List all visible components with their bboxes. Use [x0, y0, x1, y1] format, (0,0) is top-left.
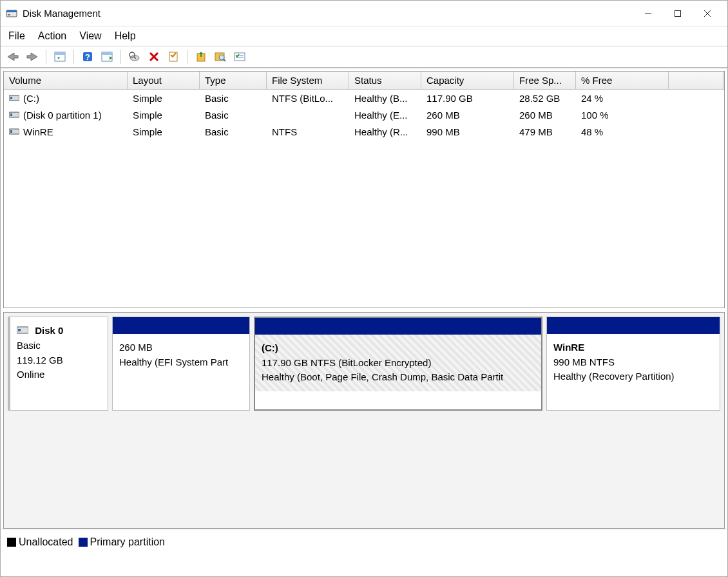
legend: Unallocated Primary partition — [1, 529, 727, 554]
partition-status: Healthy (EFI System Part — [119, 355, 243, 370]
volume-name: (C:) — [23, 93, 39, 104]
menu-file[interactable]: File — [8, 30, 25, 42]
disk-capacity: 119.12 GB — [17, 353, 101, 368]
find-icon[interactable] — [213, 50, 227, 64]
partition-size: 117.90 GB NTFS (BitLocker Encrypted) — [262, 356, 535, 371]
volume-free: 28.52 GB — [514, 92, 576, 105]
svg-marker-7 — [8, 53, 18, 61]
svg-rect-34 — [10, 113, 12, 116]
toolbar-separator — [73, 50, 74, 64]
partition-stripe — [547, 317, 720, 334]
partition-title: WinRE — [553, 340, 713, 355]
app-icon — [6, 8, 17, 19]
volume-layout: Simple — [128, 108, 200, 122]
svg-rect-36 — [10, 130, 12, 133]
col-status[interactable]: Status — [349, 72, 421, 89]
volume-status: Healthy (R... — [349, 125, 421, 139]
partition-c[interactable]: (C:) 117.90 GB NTFS (BitLocker Encrypted… — [254, 317, 542, 411]
disk-type: Basic — [17, 338, 101, 353]
titlebar: Disk Management — [1, 1, 727, 26]
volume-fs: NTFS (BitLo... — [267, 92, 349, 105]
drive-icon — [9, 111, 19, 119]
svg-rect-10 — [55, 52, 65, 55]
menubar: File Action View Help — [1, 26, 727, 46]
toolbar: ? — [1, 46, 727, 68]
svg-text:?: ? — [85, 52, 90, 62]
volume-list-body: (C:) Simple Basic NTFS (BitLo... Healthy… — [4, 90, 724, 140]
volume-pct: 100 % — [576, 108, 669, 122]
col-filesystem[interactable]: File System — [267, 72, 349, 89]
disk-icon — [17, 324, 28, 339]
partition-status: Healthy (Boot, Page File, Crash Dump, Ba… — [262, 370, 535, 385]
col-capacity[interactable]: Capacity — [421, 72, 514, 89]
legend-unallocated: Unallocated — [19, 536, 73, 547]
maximize-button[interactable] — [663, 3, 693, 24]
properties-icon[interactable] — [166, 50, 180, 64]
volume-free: 260 MB — [514, 108, 576, 122]
svg-rect-1 — [6, 10, 17, 12]
col-layout[interactable]: Layout — [128, 72, 200, 89]
svg-rect-2 — [8, 14, 10, 15]
minimize-button[interactable] — [633, 3, 663, 24]
partition-stripe — [113, 317, 249, 334]
swatch-primary — [79, 538, 88, 547]
drive-icon — [9, 128, 19, 135]
show-hide-console-icon[interactable] — [53, 50, 67, 64]
volume-type: Basic — [200, 125, 267, 139]
volume-status: Healthy (B... — [349, 92, 421, 105]
disk-name: Disk 0 — [35, 325, 63, 336]
svg-rect-15 — [102, 52, 112, 55]
swatch-unallocated — [7, 538, 16, 547]
partition-title: (C:) — [262, 341, 535, 356]
legend-primary: Primary partition — [90, 536, 165, 547]
disk-row: Disk 0 Basic 119.12 GB Online 260 MB Hea… — [4, 313, 724, 415]
settings-icon[interactable] — [233, 50, 247, 64]
volume-list[interactable]: Volume Layout Type File System Status Ca… — [3, 71, 725, 308]
svg-point-26 — [219, 55, 224, 60]
rescan-icon[interactable] — [194, 50, 208, 64]
volume-type: Basic — [200, 92, 267, 105]
volume-layout: Simple — [128, 92, 200, 105]
volume-status: Healthy (E... — [349, 108, 421, 122]
volume-fs — [267, 113, 349, 116]
col-spacer — [669, 72, 724, 89]
menu-help[interactable]: Help — [115, 30, 136, 42]
col-type[interactable]: Type — [200, 72, 267, 89]
col-free[interactable]: Free Sp... — [514, 72, 576, 89]
volume-name: WinRE — [23, 126, 53, 137]
partition-size: 260 MB — [119, 340, 243, 355]
volume-type: Basic — [200, 108, 267, 122]
disk-info[interactable]: Disk 0 Basic 119.12 GB Online — [8, 317, 108, 411]
col-volume[interactable]: Volume — [4, 72, 128, 89]
help-icon[interactable]: ? — [81, 50, 95, 64]
disk-graphical-view[interactable]: Disk 0 Basic 119.12 GB Online 260 MB Hea… — [3, 312, 725, 529]
volume-pct: 48 % — [576, 125, 669, 139]
svg-line-27 — [224, 59, 225, 61]
partition-status: Healthy (Recovery Partition) — [553, 369, 713, 384]
volume-row[interactable]: (C:) Simple Basic NTFS (BitLo... Healthy… — [4, 90, 724, 106]
volume-row[interactable]: (Disk 0 partition 1) Simple Basic Health… — [4, 106, 724, 123]
svg-rect-28 — [235, 53, 245, 61]
partition-winre[interactable]: WinRE 990 MB NTFS Healthy (Recovery Part… — [546, 317, 720, 411]
partition-efi[interactable]: 260 MB Healthy (EFI System Part — [112, 317, 250, 411]
col-pctfree[interactable]: % Free — [576, 72, 669, 89]
volume-row[interactable]: WinRE Simple Basic NTFS Healthy (R... 99… — [4, 123, 724, 140]
volume-capacity: 117.90 GB — [421, 92, 514, 105]
toolbar-separator — [187, 50, 187, 64]
disk-state: Online — [17, 367, 101, 382]
volume-capacity: 260 MB — [421, 108, 514, 122]
delete-icon[interactable] — [147, 50, 161, 64]
refresh-icon[interactable] — [128, 50, 142, 64]
toolbar-separator — [46, 50, 46, 64]
volume-fs: NTFS — [267, 125, 349, 139]
partition-size: 990 MB NTFS — [553, 355, 713, 370]
volume-list-header: Volume Layout Type File System Status Ca… — [4, 72, 724, 90]
window-controls — [633, 3, 722, 24]
back-button[interactable] — [6, 50, 20, 64]
action-pane-icon[interactable] — [100, 50, 114, 64]
forward-button[interactable] — [25, 50, 39, 64]
svg-rect-38 — [18, 329, 21, 331]
close-button[interactable] — [693, 3, 722, 24]
menu-action[interactable]: Action — [38, 30, 66, 42]
menu-view[interactable]: View — [79, 30, 101, 42]
